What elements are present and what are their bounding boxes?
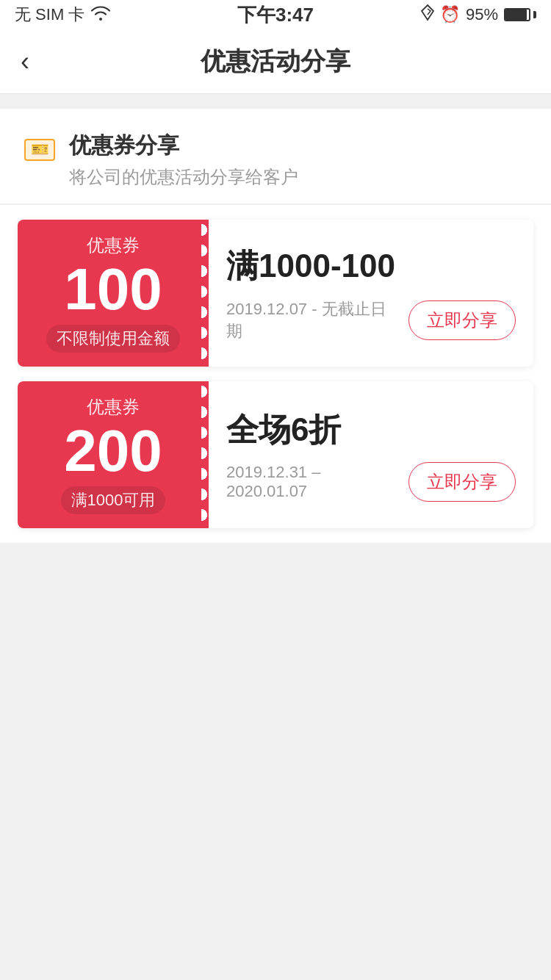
coupon-left-panel-2: 优惠券 200 满1000可用 [18,381,209,528]
back-button[interactable]: ‹ [21,46,29,77]
section-title: 优惠券分享 [69,131,298,161]
status-left: 无 SIM 卡 [15,4,111,26]
battery-icon [504,8,536,21]
coupon-condition-1: 不限制使用金额 [46,325,180,353]
coupon-right-panel-1: 满1000-100 2019.12.07 - 无截止日期 立即分享 [209,220,533,367]
coupon-name-2: 全场6折 [226,408,516,452]
coupon-label-1: 优惠券 [87,234,140,257]
wifi-icon [90,4,111,25]
location-icon [421,4,434,25]
page-title: 优惠活动分享 [201,45,350,79]
coupon-card-2: 优惠券 200 满1000可用 全场6折 2019.12.31 – 2020.0… [18,381,533,528]
share-button-1[interactable]: 立即分享 [408,300,516,340]
coupon-label-2: 优惠券 [87,395,140,419]
coupon-date-2: 2019.12.31 – 2020.01.07 [226,463,401,501]
coupon-date-row-2: 2019.12.31 – 2020.01.07 立即分享 [226,462,516,502]
coupon-amount-1: 100 [64,260,162,319]
coupon-condition-2: 满1000可用 [61,486,166,514]
section-subtitle: 将公司的优惠活动分享给客户 [69,165,298,189]
coupon-icon: 🎫 [22,132,57,167]
section-text-group: 优惠券分享 将公司的优惠活动分享给客户 [69,131,298,189]
bottom-area [0,543,551,980]
coupon-list: 优惠券 100 不限制使用金额 满1000-100 2019.12.07 - 无… [0,205,551,543]
coupon-date-row-1: 2019.12.07 - 无截止日期 立即分享 [226,298,516,342]
share-button-2[interactable]: 立即分享 [408,462,516,502]
carrier-text: 无 SIM 卡 [15,4,84,26]
alarm-icon: ⏰ [440,5,460,24]
nav-bar: ‹ 优惠活动分享 [0,29,551,94]
coupon-amount-2: 200 [64,422,162,480]
coupon-left-panel: 优惠券 100 不限制使用金额 [18,220,209,367]
battery-text: 95% [466,5,498,24]
status-right: ⏰ 95% [421,4,536,25]
time-display: 下午3:47 [237,2,314,28]
coupon-card: 优惠券 100 不限制使用金额 满1000-100 2019.12.07 - 无… [18,220,533,367]
svg-text:🎫: 🎫 [31,140,49,158]
coupon-date-1: 2019.12.07 - 无截止日期 [226,298,401,342]
status-bar: 无 SIM 卡 下午3:47 ⏰ 95% [0,0,551,29]
section-header: 🎫 优惠券分享 将公司的优惠活动分享给客户 [0,109,551,203]
coupon-right-panel-2: 全场6折 2019.12.31 – 2020.01.07 立即分享 [209,381,533,528]
coupon-name-1: 满1000-100 [226,245,516,288]
